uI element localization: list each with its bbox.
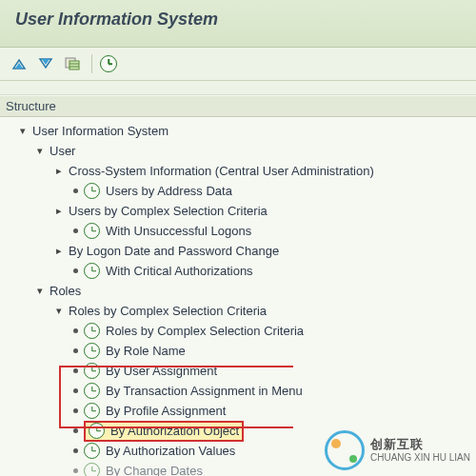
node-label: Users by Address Data [106, 184, 232, 198]
execute-icon[interactable] [102, 54, 121, 73]
node-label: Roles [50, 284, 81, 298]
toolbar [0, 48, 476, 81]
bullet-icon [73, 368, 78, 373]
layout-icon[interactable] [63, 54, 82, 73]
node-label: User Information System [32, 124, 169, 138]
toolbar-separator [91, 54, 92, 73]
node-label: Roles by Complex Selection Criteria [106, 324, 304, 338]
tree-leaf[interactable]: ▸ Cross-System Information (Central User… [0, 161, 476, 181]
watermark-logo-icon [325, 430, 365, 470]
tree-leaf[interactable]: Roles by Complex Selection Criteria [0, 321, 476, 341]
tree-leaf[interactable]: With Unsuccessful Logons [0, 221, 476, 241]
node-label: With Unsuccessful Logons [106, 224, 251, 238]
spacer [0, 81, 476, 95]
bullet-icon [73, 448, 78, 453]
collapse-icon[interactable]: ▾ [53, 306, 65, 317]
tree-leaf[interactable]: With Critical Authorizations [0, 261, 476, 281]
bullet-icon [73, 188, 78, 193]
bullet-icon [73, 328, 78, 333]
tree-leaf[interactable]: Users by Address Data [0, 181, 476, 201]
tree-node-roles-complex[interactable]: ▾ Roles by Complex Selection Criteria [0, 301, 476, 321]
tree-leaf[interactable]: ▸ By Logon Date and Password Change [0, 241, 476, 261]
bullet-icon [73, 348, 78, 353]
node-label: Cross-System Information (Central User A… [69, 164, 374, 178]
clock-icon [84, 343, 100, 359]
node-label: By Role Name [106, 344, 186, 358]
tree-leaf[interactable]: ▸ Users by Complex Selection Criteria [0, 201, 476, 221]
bullet-icon [73, 468, 78, 473]
node-label: By Logon Date and Password Change [69, 244, 279, 258]
node-label: Roles by Complex Selection Criteria [69, 304, 267, 318]
highlight-annotation: By Authorization Object [84, 421, 244, 442]
node-label: With Critical Authorizations [106, 264, 253, 278]
node-label: By Profile Assignment [106, 404, 226, 418]
bullet-icon [73, 268, 78, 273]
clock-icon [84, 223, 100, 239]
clock-icon [84, 383, 100, 399]
expand-icon[interactable]: ▸ [53, 246, 65, 257]
clock-icon [84, 263, 100, 279]
collapse-all-icon[interactable] [36, 54, 55, 73]
watermark-text: 创新互联 CHUANG XIN HU LIAN [370, 438, 470, 462]
tree-leaf[interactable]: By User Assignment [0, 361, 476, 381]
title-panel: User Information System [0, 0, 476, 48]
structure-column-header: Structure [0, 95, 476, 117]
node-label: By Transaction Assignment in Menu [106, 384, 303, 398]
clock-icon [84, 183, 100, 199]
node-label: By Authorization Values [106, 444, 235, 458]
expand-icon[interactable]: ▸ [53, 166, 65, 177]
tree-leaf[interactable]: By Profile Assignment [0, 401, 476, 421]
node-label: Users by Complex Selection Criteria [69, 204, 268, 218]
bullet-icon [73, 428, 78, 433]
bullet-icon [73, 388, 78, 393]
bullet-icon [73, 408, 78, 413]
node-label: User [50, 144, 75, 158]
node-label: By User Assignment [106, 364, 217, 378]
node-label: By Authorization Object [110, 424, 239, 438]
tree-node-user[interactable]: ▾ User [0, 141, 476, 161]
clock-icon [84, 363, 100, 379]
clock-icon [84, 323, 100, 339]
tree-leaf[interactable]: By Transaction Assignment in Menu [0, 381, 476, 401]
clock-icon [84, 403, 100, 419]
clock-icon [89, 423, 105, 439]
collapse-icon[interactable]: ▾ [17, 126, 29, 137]
tree: ▾ User Information System ▾ User ▸ Cross… [0, 117, 476, 476]
clock-icon [84, 443, 100, 459]
collapse-icon[interactable]: ▾ [34, 286, 46, 297]
bullet-icon [73, 228, 78, 233]
svg-rect-5 [69, 61, 79, 69]
tree-leaf[interactable]: By Role Name [0, 341, 476, 361]
collapse-icon[interactable]: ▾ [34, 146, 46, 157]
expand-all-icon[interactable] [10, 54, 29, 73]
node-label: By Change Dates [106, 464, 203, 476]
expand-icon[interactable]: ▸ [53, 206, 65, 217]
page-title: User Information System [15, 10, 461, 30]
clock-icon [84, 463, 100, 476]
tree-root[interactable]: ▾ User Information System [0, 121, 476, 141]
watermark: 创新互联 CHUANG XIN HU LIAN [325, 430, 470, 470]
tree-node-roles[interactable]: ▾ Roles [0, 281, 476, 301]
